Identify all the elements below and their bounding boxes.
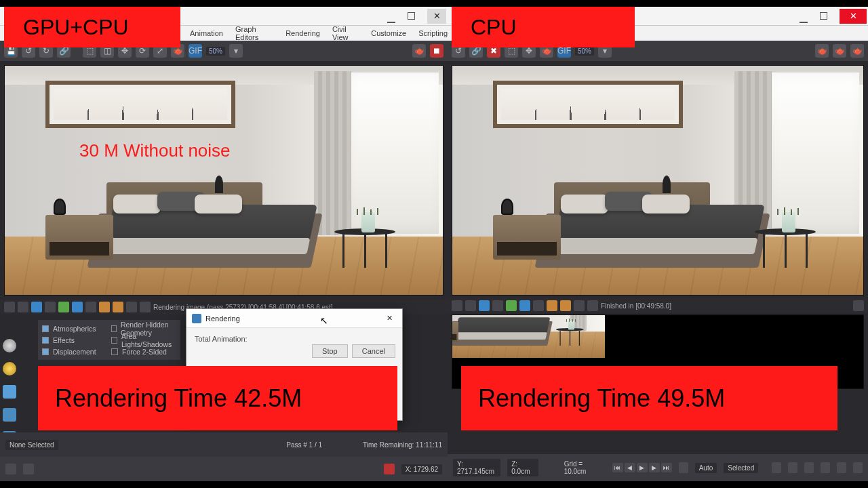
checkbox-icon[interactable] (111, 337, 117, 344)
fb-button[interactable] (85, 302, 96, 312)
toolbar-button[interactable]: ▾ (229, 44, 243, 58)
dialog-title: Rendering (205, 314, 240, 323)
fb-button[interactable] (113, 302, 123, 312)
comparison-stage: ✕ Animation Graph Editors Rendering Civi… (0, 0, 868, 488)
fb-button[interactable] (547, 300, 557, 311)
close-icon[interactable]: ✕ (382, 312, 397, 325)
nav-icon[interactable] (804, 462, 814, 473)
status-icon[interactable] (23, 464, 34, 474)
fb-button[interactable] (18, 302, 28, 312)
dialog-label: Total Animation: (195, 335, 394, 343)
selected-dropdown[interactable]: Selected (724, 463, 758, 473)
play-icon[interactable]: ▶ (637, 463, 648, 472)
teapot-icon[interactable]: 🫖 (412, 44, 426, 58)
selection-status: None Selected (5, 440, 58, 450)
time-remaining: Time Remaining: 11:11:11 (363, 441, 442, 449)
fb-button[interactable] (31, 302, 42, 312)
fb-button[interactable] (574, 300, 585, 311)
zoom-percent[interactable]: 50% (206, 47, 225, 56)
fb-button[interactable] (853, 300, 864, 311)
dialog-titlebar[interactable]: Rendering ✕ (186, 309, 402, 328)
checkbox-icon[interactable] (42, 337, 49, 344)
minimize-icon[interactable] (800, 14, 808, 23)
stop-render-icon[interactable]: ⏹ (430, 44, 443, 58)
fb-button[interactable] (58, 302, 69, 312)
fb-button[interactable] (45, 302, 56, 312)
script-listener-icon[interactable] (384, 464, 395, 474)
teapot-icon[interactable]: 🫖 (815, 44, 829, 58)
menu-item[interactable]: Rendering (285, 29, 320, 37)
nav-icon[interactable] (837, 462, 846, 473)
nav-icon[interactable] (788, 462, 797, 473)
teapot-icon[interactable]: 🫖 (850, 44, 864, 58)
menu-item[interactable]: Graph Editors (235, 25, 273, 41)
statusbar-left: X: 1729.62 (0, 457, 448, 481)
label-render-time-right: Rendering Time 49.5M (461, 366, 837, 430)
render-status-text: Finished in [00:49:58.0] (601, 302, 671, 310)
menu-item[interactable]: Civil View (332, 25, 359, 41)
fb-button[interactable] (533, 300, 544, 311)
label-render-time-left: Rendering Time 42.5M (38, 366, 397, 430)
minimize-icon[interactable] (387, 14, 395, 23)
fb-button[interactable] (587, 300, 598, 311)
framebuffer-toolbar-right: Finished in [00:49:58.0] (448, 298, 868, 313)
prev-frame-icon[interactable]: ◀ (625, 463, 635, 472)
render-options-panel: Atmospherics Effects Displacement Render… (38, 320, 180, 360)
fb-button[interactable] (519, 300, 530, 311)
checkbox-icon[interactable] (42, 348, 49, 355)
nav-icon[interactable] (772, 462, 781, 473)
checkbox-icon[interactable] (42, 325, 49, 332)
fb-button[interactable] (4, 302, 15, 312)
menu-item[interactable]: Customize (371, 29, 406, 37)
fb-button[interactable] (492, 300, 503, 311)
teapot-icon[interactable]: 🫖 (833, 44, 846, 58)
fb-button[interactable] (479, 300, 490, 311)
zoom-percent[interactable]: 50% (575, 47, 594, 56)
goto-start-icon[interactable]: ⏮ (612, 463, 623, 472)
menu-item[interactable]: Animation (190, 29, 223, 37)
coord-y: Y: 2717.145cm (453, 459, 500, 476)
nav-icon[interactable] (853, 462, 863, 473)
menu-item[interactable]: Scripting (418, 29, 448, 37)
fb-button[interactable] (126, 302, 137, 312)
cancel-button[interactable]: Cancel (352, 344, 395, 358)
close-icon[interactable]: ✕ (427, 9, 446, 24)
goto-end-icon[interactable]: ⏭ (661, 463, 672, 472)
nav-icon[interactable] (821, 462, 830, 473)
material-slot-icon[interactable] (3, 339, 16, 352)
tool-icon[interactable] (3, 408, 16, 422)
fb-button[interactable] (99, 302, 110, 312)
maximize-icon[interactable] (408, 12, 415, 20)
fb-button[interactable] (465, 300, 476, 311)
next-frame-icon[interactable]: ▶ (649, 463, 660, 472)
checkbox-icon[interactable] (111, 325, 117, 332)
toolbar-button[interactable]: GIF (189, 44, 202, 58)
maximize-icon[interactable] (820, 12, 827, 20)
fb-button[interactable] (140, 302, 151, 312)
auto-key-button[interactable]: Auto (695, 463, 717, 473)
light-icon[interactable] (3, 362, 16, 375)
fb-button[interactable] (506, 300, 517, 311)
fb-button[interactable] (72, 302, 83, 312)
statusbar-right: Y: 2717.145cm Z: 0.0cm Grid = 10.0cm ⏮ ◀… (448, 454, 868, 481)
stop-button[interactable]: Stop (312, 344, 348, 358)
option-row[interactable]: Area Lights/Shadows (111, 334, 180, 346)
statusbar-upper-left: None Selected Pass # 1 / 1 Time Remainin… (0, 432, 448, 457)
render-viewport-right[interactable] (452, 65, 864, 296)
fb-button[interactable] (560, 300, 571, 311)
viewport-area (448, 61, 868, 300)
close-icon[interactable]: ✕ (840, 9, 867, 24)
fb-button[interactable] (452, 300, 462, 311)
app-icon (192, 314, 201, 323)
pass-status: Pass # 1 / 1 (286, 441, 322, 449)
cursor-icon: ↖ (320, 315, 328, 326)
render-viewport-left[interactable]: 30 M Without noise (4, 65, 443, 296)
coord-x: X: 1729.62 (401, 464, 442, 474)
tool-icon[interactable] (3, 385, 16, 399)
key-mode-icon[interactable] (679, 462, 688, 473)
checkbox-icon[interactable] (111, 348, 118, 355)
label-cpu: CPU (452, 7, 635, 47)
grid-status: Grid = 10.0cm (564, 460, 601, 475)
overlay-annotation: 30 M Without noise (79, 140, 231, 161)
status-icon[interactable] (5, 464, 16, 474)
